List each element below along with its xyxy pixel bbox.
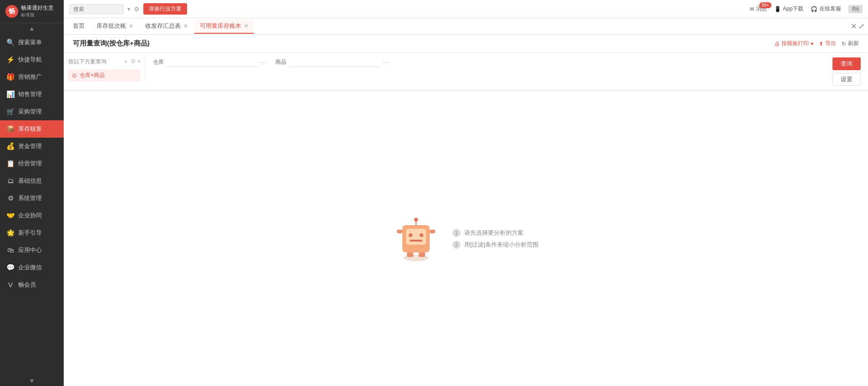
sidebar-item-basic[interactable]: 🗂 基础信息 — [0, 172, 64, 190]
scheme-item-warehouse-product[interactable]: ⊙ 仓库+商品 — [68, 69, 141, 82]
scheme-add-btn[interactable]: ＋ — [123, 57, 129, 66]
svg-rect-6 — [407, 252, 413, 257]
warehouse-more-btn[interactable]: ··· — [260, 58, 266, 67]
message-icon: ✉ — [750, 6, 754, 12]
tab-available-label: 可用量库存账本 — [200, 22, 241, 30]
tabs-actions: ✕ ⤢ — [851, 22, 864, 31]
sidebar-item-enterprise[interactable]: 🤝 企业协同 — [0, 207, 64, 224]
print-btn[interactable]: 🖨 按模板打印 ▾ — [774, 40, 813, 47]
svg-rect-2 — [406, 229, 426, 245]
query-button[interactable]: 查询 — [832, 57, 861, 70]
export-btn[interactable]: ⬆ 导出 — [819, 40, 836, 47]
print-label: 按模板打印 — [782, 40, 809, 47]
scheme-header-label: 按以下方案查询 — [68, 58, 107, 66]
sidebar-item-label: 企业协同 — [18, 211, 42, 220]
warehouse-input[interactable] — [167, 57, 258, 67]
filter-scheme-header: 按以下方案查询 ＋ ⊙ « — [68, 57, 141, 66]
topbar-avatar[interactable]: Rit — [848, 5, 863, 13]
tab-home[interactable]: 首页 — [67, 19, 90, 34]
sidebar-item-label: 采购管理 — [18, 108, 42, 116]
tip-1-text: 请先选择要分析的方案 — [464, 229, 523, 237]
tab-available[interactable]: 可用量库存账本 ✕ — [194, 19, 254, 34]
tab-close-all-btn[interactable]: ✕ — [851, 22, 857, 31]
product-more-btn[interactable]: ··· — [383, 58, 389, 67]
brand-area: 畅 畅康通好生意 标准版 — [0, 0, 64, 23]
svg-point-3 — [409, 233, 412, 237]
sidebar-item-finance[interactable]: 💰 资金管理 — [0, 138, 64, 155]
sidebar-item-sales[interactable]: 📊 销售管理 — [0, 86, 64, 103]
brand-tag: 标准版 — [21, 12, 54, 18]
service-label: 在线客服 — [819, 5, 841, 13]
appstore-icon: 🛍 — [6, 246, 15, 254]
empty-tip-2: 2 用[过滤]条件来缩小分析范围 — [452, 241, 538, 249]
sidebar-item-appstore[interactable]: 🛍 应用中心 — [0, 242, 64, 259]
sidebar-scroll-down[interactable]: ▼ — [0, 376, 64, 386]
topbar-message-btn[interactable]: ✉ 消息 99+ — [750, 5, 767, 13]
sidebar-item-member[interactable]: V 畅会员 — [0, 276, 64, 293]
tab-summary-close[interactable]: ✕ — [183, 23, 188, 29]
print-icon: 🖨 — [774, 41, 780, 47]
scheme-setting-btn[interactable]: ⊙ — [131, 57, 136, 66]
scheme-item-icon: ⊙ — [72, 72, 77, 79]
sidebar-item-newbie[interactable]: 🌟 新手引导 — [0, 224, 64, 242]
member-icon: V — [6, 281, 15, 288]
sidebar-item-system[interactable]: ⚙ 系统管理 — [0, 190, 64, 207]
sidebar-item-marketing[interactable]: 🎁 营销推广 — [0, 68, 64, 86]
empty-tips: 1 请先选择要分析的方案 2 用[过滤]条件来缩小分析范围 — [452, 229, 538, 249]
basic-icon: 🗂 — [6, 177, 15, 185]
warehouse-label: 仓库 — [153, 58, 164, 66]
refresh-icon: ↻ — [842, 41, 846, 47]
sidebar-item-label: 应用中心 — [18, 246, 42, 254]
scheme-collapse-btn[interactable]: « — [137, 57, 141, 66]
svg-rect-7 — [419, 252, 425, 257]
sidebar-item-search[interactable]: 🔍 搜索菜单 — [0, 34, 64, 51]
topbar-search-input[interactable] — [69, 4, 124, 14]
trial-button[interactable]: 体验行业方案 — [143, 3, 187, 15]
filter-warehouse-field: 仓库 ··· — [153, 57, 266, 67]
sidebar-item-wechat[interactable]: 💬 企业微信 — [0, 259, 64, 276]
export-label: 导出 — [825, 40, 836, 47]
sidebar-item-operation[interactable]: 📋 经营管理 — [0, 155, 64, 172]
tab-batch[interactable]: 库存批次账 ✕ — [91, 19, 139, 34]
tip-2-text: 用[过滤]条件来缩小分析范围 — [464, 241, 538, 249]
product-label: 商品 — [275, 58, 286, 66]
system-icon: ⚙ — [6, 194, 15, 202]
topbar-app-btn[interactable]: 📱 App下载 — [774, 5, 803, 13]
setting-button[interactable]: 设置 — [832, 73, 861, 86]
inventory-icon: 📦 — [6, 125, 15, 133]
page-actions: 🖨 按模板打印 ▾ ⬆ 导出 ↻ 刷新 — [774, 40, 859, 47]
tab-summary-label: 收发存汇总表 — [145, 22, 181, 30]
topbar: ▾ ⚙ 体验行业方案 ✉ 消息 99+ 📱 App下载 🎧 在线客服 Rit — [64, 0, 868, 18]
filter-product-field: 商品 ··· — [275, 57, 389, 67]
marketing-icon: 🎁 — [6, 73, 15, 81]
topbar-gear-icon[interactable]: ⚙ — [134, 5, 140, 13]
page-header: 可用量查询(按仓库+商品) 🖨 按模板打印 ▾ ⬆ 导出 ↻ 刷新 — [64, 35, 868, 53]
tab-summary[interactable]: 收发存汇总表 ✕ — [140, 19, 193, 34]
sales-icon: 📊 — [6, 90, 15, 98]
tab-available-close[interactable]: ✕ — [244, 23, 249, 29]
newbie-icon: 🌟 — [6, 229, 15, 237]
sidebar-scroll-up[interactable]: ▲ — [0, 23, 64, 34]
tab-batch-close[interactable]: ✕ — [129, 23, 133, 29]
product-input[interactable] — [289, 57, 380, 67]
sidebar-item-label: 搜索菜单 — [18, 38, 42, 46]
tab-expand-btn[interactable]: ⤢ — [858, 22, 864, 31]
refresh-btn[interactable]: ↻ 刷新 — [842, 40, 859, 47]
sidebar-item-inventory[interactable]: 📦 库存核算 — [0, 120, 64, 138]
sidebar-item-purchase[interactable]: 🛒 采购管理 — [0, 103, 64, 120]
svg-rect-9 — [430, 230, 435, 233]
message-badge: 99+ — [759, 2, 772, 8]
scheme-item-label: 仓库+商品 — [80, 72, 105, 79]
topbar-service-btn[interactable]: 🎧 在线客服 — [811, 5, 841, 13]
sidebar-item-label: 销售管理 — [18, 90, 42, 98]
topbar-right: ✉ 消息 99+ 📱 App下载 🎧 在线客服 Rit — [750, 5, 863, 13]
sidebar-item-label: 快捷导航 — [18, 56, 42, 64]
scheme-action-btns: ＋ ⊙ « — [123, 57, 141, 66]
sidebar-item-shortcut[interactable]: ⚡ 快捷导航 — [0, 51, 64, 68]
svg-point-4 — [420, 233, 423, 237]
topbar-dropdown-btn[interactable]: ▾ — [127, 6, 130, 12]
sidebar-item-label: 营销推广 — [18, 73, 42, 81]
page-title: 可用量查询(按仓库+商品) — [73, 39, 150, 48]
svg-point-11 — [414, 218, 418, 221]
tab-home-label: 首页 — [73, 22, 85, 30]
